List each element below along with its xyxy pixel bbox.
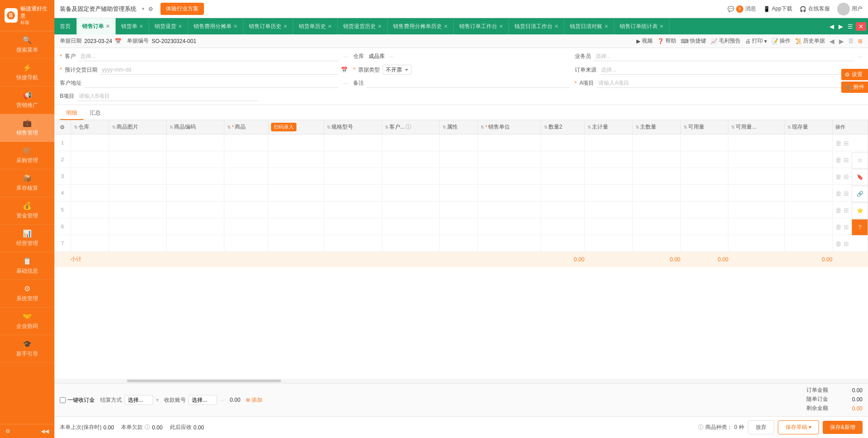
settings-gear-icon[interactable]: ⚙ bbox=[148, 6, 153, 12]
cell-available[interactable] bbox=[680, 185, 728, 202]
tab-next-arrow[interactable]: ▶ bbox=[837, 22, 845, 31]
attach-btn[interactable]: 📎 附件 bbox=[841, 82, 868, 93]
tab-close-sales-order[interactable]: ✕ bbox=[106, 24, 110, 29]
ticket-select[interactable]: 不开票 bbox=[383, 65, 412, 75]
scan-button[interactable]: 扫码录入 bbox=[271, 123, 296, 131]
a-project-input[interactable] bbox=[596, 78, 863, 88]
cell-product-image[interactable] bbox=[109, 235, 166, 252]
cell-customer-code[interactable] bbox=[382, 202, 439, 218]
settings-btn[interactable]: ⚙ 设置 bbox=[841, 69, 868, 80]
sort-quantity2[interactable]: ⇅ bbox=[544, 125, 548, 130]
cell-attribute[interactable] bbox=[440, 235, 478, 252]
sort-sales-unit[interactable]: ⇅ bbox=[480, 125, 484, 130]
info-icon[interactable]: ⓘ bbox=[406, 123, 411, 131]
row-delete-icon[interactable]: 🗑 bbox=[835, 207, 842, 214]
bank-account-select[interactable]: 选择... bbox=[189, 395, 217, 405]
sidebar-item-purchase[interactable]: 🛒 采购管理 bbox=[0, 142, 54, 169]
sort-customer-code[interactable]: ⇅ bbox=[385, 125, 388, 130]
calendar-icon[interactable]: 📅 bbox=[115, 38, 121, 44]
cell-stock[interactable] bbox=[785, 202, 833, 218]
title-dropdown-arrow[interactable]: ▾ bbox=[142, 6, 145, 12]
tab-menu-icon[interactable]: ☰ bbox=[846, 22, 855, 31]
tab-prev-arrow[interactable]: ◀ bbox=[828, 22, 836, 31]
sidebar-item-quicknav[interactable]: ⚡ 快捷导航 bbox=[0, 59, 54, 87]
cell-product[interactable] bbox=[224, 168, 268, 185]
cell-product-code[interactable] bbox=[167, 202, 224, 218]
cell-customer-code[interactable] bbox=[382, 185, 439, 202]
cell-product-code[interactable] bbox=[167, 218, 224, 235]
customer-more-icon[interactable]: ··· bbox=[343, 53, 348, 60]
sort-spec[interactable]: ⇅ bbox=[327, 125, 330, 130]
sort-main-unit[interactable]: ⇅ bbox=[587, 125, 591, 130]
cell-main-qty[interactable] bbox=[632, 151, 680, 168]
cell-warehouse[interactable] bbox=[71, 168, 109, 185]
cell-attribute[interactable] bbox=[440, 168, 478, 185]
sidebar-collapse-icon[interactable]: ◀◀ bbox=[41, 428, 49, 434]
save-draft-button[interactable]: 保存草稿 ▾ bbox=[778, 420, 819, 434]
tab-close-reconciliation[interactable]: ✕ bbox=[604, 24, 608, 29]
order-source-input[interactable] bbox=[599, 65, 853, 75]
th-settings[interactable]: ⚙ bbox=[54, 120, 71, 135]
cell-stock[interactable] bbox=[785, 185, 833, 202]
history-button[interactable]: 📜 历史单据 bbox=[795, 37, 825, 45]
cell-product[interactable] bbox=[224, 185, 268, 202]
cell-customer-code[interactable] bbox=[382, 168, 439, 185]
cell-main-unit[interactable] bbox=[584, 168, 632, 185]
cell-attribute[interactable] bbox=[440, 135, 478, 151]
cell-available-ext[interactable] bbox=[728, 168, 785, 185]
cell-customer-code[interactable] bbox=[382, 135, 439, 151]
sidebar-item-system[interactable]: ⚙ 系统管理 bbox=[0, 280, 54, 308]
cell-spec[interactable] bbox=[324, 135, 382, 151]
bank-more-icon[interactable]: ··· bbox=[220, 397, 224, 403]
tab-close-expense-split[interactable]: ✕ bbox=[233, 24, 238, 29]
cell-available[interactable] bbox=[680, 235, 728, 252]
discard-button[interactable]: 放弃 bbox=[748, 420, 774, 434]
sort-product[interactable]: ⇅ bbox=[227, 125, 231, 130]
cell-main-qty[interactable] bbox=[632, 185, 680, 202]
right-action-5[interactable]: ? bbox=[852, 219, 868, 236]
cell-available-ext[interactable] bbox=[728, 235, 785, 252]
tab-daily-workbench[interactable]: 钱货日清工作台 ✕ bbox=[509, 18, 564, 34]
right-action-1[interactable]: ☆ bbox=[852, 152, 868, 168]
customer-input[interactable] bbox=[78, 52, 339, 61]
cell-stock[interactable] bbox=[785, 235, 833, 252]
grid-view-icon[interactable]: ⊞ bbox=[858, 38, 863, 44]
cell-stock[interactable] bbox=[785, 218, 833, 235]
tab-home[interactable]: 首页 bbox=[54, 18, 77, 34]
cell-product[interactable] bbox=[224, 151, 268, 168]
cell-customer-code[interactable] bbox=[382, 151, 439, 168]
tab-sales-order[interactable]: 销售订单 ✕ bbox=[77, 18, 116, 34]
tab-order-workbench[interactable]: 销售订单工作台 ✕ bbox=[454, 18, 509, 34]
cell-main-unit[interactable] bbox=[584, 235, 632, 252]
tab-return-history[interactable]: 销货退货历史 ✕ bbox=[338, 18, 388, 34]
cell-available[interactable] bbox=[680, 151, 728, 168]
sidebar-item-guide[interactable]: 🎓 新手引导 bbox=[0, 335, 54, 363]
cell-sales-unit[interactable] bbox=[478, 135, 541, 151]
cell-main-qty[interactable] bbox=[632, 218, 680, 235]
sort-product-code[interactable]: ⇅ bbox=[170, 125, 173, 130]
tab-close-sales-invoice[interactable]: ✕ bbox=[139, 24, 143, 29]
cell-warehouse[interactable] bbox=[71, 135, 109, 151]
cell-attribute[interactable] bbox=[440, 185, 478, 202]
cell-sales-unit[interactable] bbox=[478, 151, 541, 168]
cell-sales-unit[interactable] bbox=[478, 168, 541, 185]
cell-product[interactable] bbox=[224, 202, 268, 218]
row-delete-icon[interactable]: 🗑 bbox=[835, 240, 842, 247]
save-draft-dropdown-icon[interactable]: ▾ bbox=[809, 424, 811, 430]
tab-sales-return[interactable]: 销货退货 ✕ bbox=[149, 18, 188, 34]
cell-spec[interactable] bbox=[324, 151, 382, 168]
row-copy-icon[interactable]: ⊞ bbox=[844, 240, 849, 247]
cell-product-image[interactable] bbox=[109, 151, 166, 168]
tab-close-order-history[interactable]: ✕ bbox=[283, 24, 287, 29]
cell-available-ext[interactable] bbox=[728, 135, 785, 151]
cell-product[interactable] bbox=[224, 218, 268, 235]
tab-detail[interactable]: 明细 bbox=[60, 107, 83, 120]
cell-product-code[interactable] bbox=[167, 185, 224, 202]
sidebar-item-search[interactable]: 🔍 搜索菜单 bbox=[0, 31, 54, 59]
profit-button[interactable]: 📈 毛利预告 bbox=[711, 37, 741, 45]
row-delete-icon[interactable]: 🗑 bbox=[835, 223, 842, 231]
row-delete-icon[interactable]: 🗑 bbox=[835, 140, 842, 147]
tab-close-all-icon[interactable]: ✕ bbox=[856, 22, 866, 31]
cell-product-image[interactable] bbox=[109, 202, 166, 218]
right-action-2[interactable]: 🔖 bbox=[852, 169, 868, 185]
